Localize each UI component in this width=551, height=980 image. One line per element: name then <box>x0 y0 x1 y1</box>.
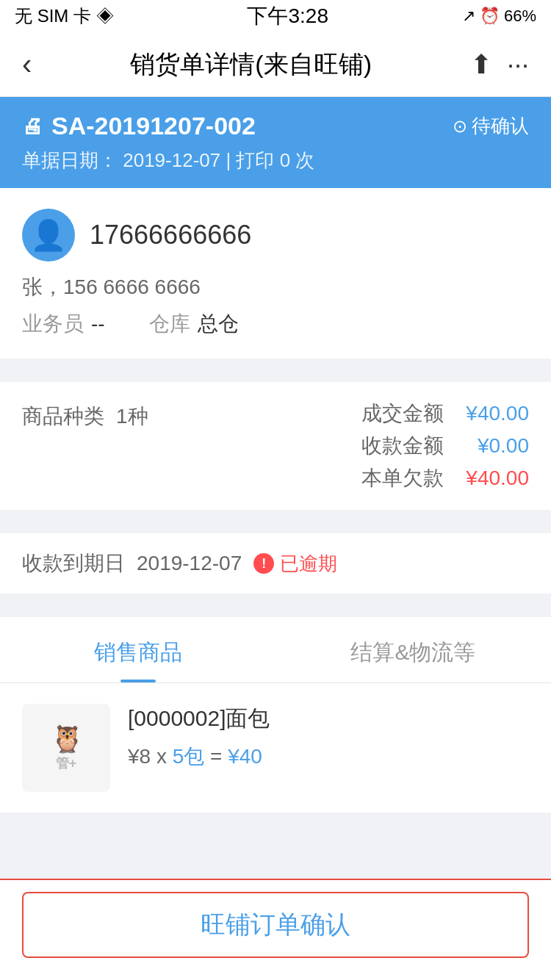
payment-row: 收款金额 ¥0.00 <box>361 432 529 460</box>
avatar-icon: 👤 <box>30 218 67 253</box>
warehouse-label: 仓库 <box>149 310 190 338</box>
product-qty: 5包 <box>173 745 205 768</box>
back-button[interactable]: ‹ <box>22 48 32 81</box>
overdue-badge: ! 已逾期 <box>253 551 337 577</box>
avatar: 👤 <box>22 209 75 262</box>
due-date-card: 收款到期日 2019-12-07 ! 已逾期 <box>0 533 551 594</box>
customer-phone: 17666666666 <box>90 220 251 251</box>
customer-name-info: 张，156 6666 6666 <box>22 273 529 301</box>
tab-sales-products[interactable]: 销售商品 <box>0 617 276 682</box>
product-list: 🦉 管+ [0000002]面包 ¥8 x 5包 = ¥40 <box>0 683 551 813</box>
tabs-container: 销售商品 结算&物流等 <box>0 617 551 683</box>
arrear-label: 本单欠款 <box>361 464 444 492</box>
product-type-label: 商品种类 <box>22 403 104 430</box>
share-icon[interactable]: ⬆ <box>470 49 492 80</box>
product-item: 🦉 管+ [0000002]面包 ¥8 x 5包 = ¥40 <box>0 683 551 813</box>
multiply-symbol: x <box>156 745 173 768</box>
status-right: ↗ ⏰ 66% <box>462 7 536 26</box>
bottom-bar: 旺铺订单确认 <box>0 879 551 980</box>
order-date-label: 单据日期： <box>22 149 118 171</box>
tab-settlement-label: 结算&物流等 <box>350 640 475 664</box>
salesman-label: 业务员 <box>22 310 84 338</box>
product-total: ¥40 <box>228 745 262 768</box>
divider-1 <box>0 370 551 382</box>
overdue-icon: ! <box>253 553 274 574</box>
order-status-text: 待确认 <box>472 113 529 139</box>
equals-symbol: = <box>210 745 228 768</box>
product-name: [0000002]面包 <box>128 704 529 734</box>
clock-icon: ⊙ <box>453 116 467 137</box>
transaction-value: ¥40.00 <box>455 402 529 425</box>
warehouse-item: 仓库 总仓 <box>149 310 239 338</box>
salesman-item: 业务员 -- <box>22 310 105 338</box>
status-left: 无 SIM 卡 ◈ <box>15 4 114 28</box>
order-date-value: 2019-12-07 <box>123 149 220 171</box>
confirm-order-button[interactable]: 旺铺订单确认 <box>22 892 529 958</box>
nav-bar: ‹ 销货单详情(来自旺铺) ⬆ ··· <box>0 32 551 97</box>
order-header: 🖨 SA-20191207-002 ⊙ 待确认 单据日期： 2019-12-07… <box>0 97 551 188</box>
status-bar: 无 SIM 卡 ◈ 下午3:28 ↗ ⏰ 66% <box>0 0 551 32</box>
order-id: 🖨 SA-20191207-002 <box>22 112 256 140</box>
status-time: 下午3:28 <box>247 2 328 30</box>
divider-2 <box>0 522 551 533</box>
product-type-section: 商品种类 1种 <box>22 400 276 430</box>
battery-label: ↗ ⏰ 66% <box>462 7 536 26</box>
overdue-text: 已逾期 <box>280 551 337 577</box>
amount-section: 成交金额 ¥40.00 收款金额 ¥0.00 本单欠款 ¥40.00 <box>276 400 529 492</box>
order-id-text: SA-20191207-002 <box>51 112 256 140</box>
due-date-value: 2019-12-07 <box>137 552 242 575</box>
tab-sales-products-label: 销售商品 <box>94 640 182 664</box>
transaction-row: 成交金额 ¥40.00 <box>361 400 529 428</box>
order-doc-icon: 🖨 <box>22 114 43 138</box>
warehouse-value: 总仓 <box>198 310 239 338</box>
customer-card: 👤 17666666666 张，156 6666 6666 业务员 -- 仓库 … <box>0 188 551 359</box>
nav-right-actions: ⬆ ··· <box>470 49 529 80</box>
arrear-value: ¥40.00 <box>455 466 529 490</box>
due-date-label: 收款到期日 <box>22 550 125 577</box>
product-info: [0000002]面包 ¥8 x 5包 = ¥40 <box>128 704 529 771</box>
arrear-row: 本单欠款 ¥40.00 <box>361 464 529 492</box>
order-date-sep: | <box>226 149 236 171</box>
no-sim-label: 无 SIM 卡 ◈ <box>15 4 114 28</box>
customer-meta: 业务员 -- 仓库 总仓 <box>22 310 529 338</box>
salesman-value: -- <box>91 312 105 336</box>
product-calc: ¥8 x 5包 = ¥40 <box>128 743 529 771</box>
product-price: ¥8 <box>128 745 151 768</box>
tab-settlement[interactable]: 结算&物流等 <box>276 617 551 682</box>
order-print-info: 打印 0 次 <box>236 149 314 171</box>
payment-label: 收款金额 <box>361 432 444 460</box>
page-title: 销货单详情(来自旺铺) <box>130 48 372 82</box>
order-date-line: 单据日期： 2019-12-07 | 打印 0 次 <box>22 148 529 173</box>
transaction-label: 成交金额 <box>361 400 444 428</box>
order-status: ⊙ 待确认 <box>453 113 529 139</box>
summary-card: 商品种类 1种 成交金额 ¥40.00 收款金额 ¥0.00 本单欠款 ¥40.… <box>0 382 551 510</box>
payment-value: ¥0.00 <box>455 434 529 458</box>
divider-3 <box>0 605 551 617</box>
product-thumbnail: 🦉 管+ <box>22 704 110 792</box>
more-icon[interactable]: ··· <box>507 49 529 80</box>
product-type-value: 1种 <box>116 403 148 430</box>
